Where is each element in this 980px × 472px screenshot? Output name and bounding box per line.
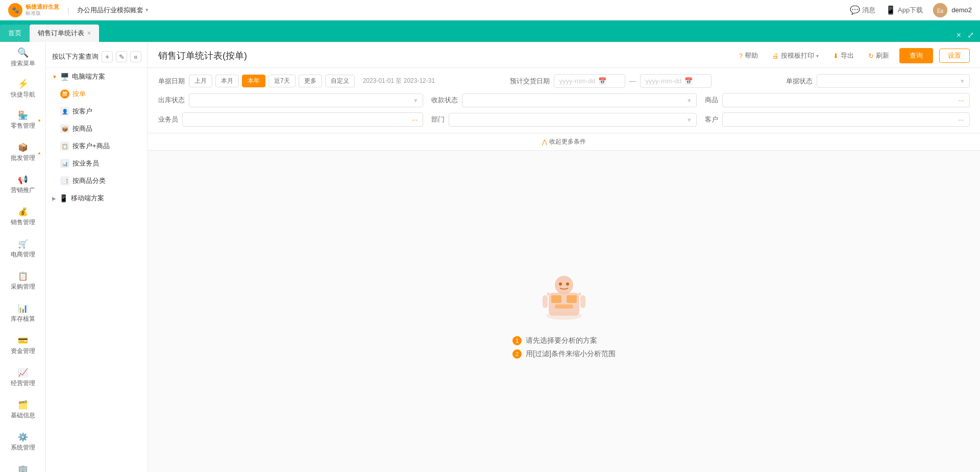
tab-home[interactable]: 首页 — [0, 25, 30, 42]
avatar — [933, 3, 947, 17]
sidebar-quick-nav[interactable]: ⚡ 快捷导航 — [0, 73, 45, 104]
date-btn-last-month[interactable]: 上月 — [189, 75, 212, 87]
svg-point-7 — [566, 282, 569, 286]
sidebar-label-wholesale: 批发管理 — [11, 154, 35, 162]
tree-node-by-customer[interactable]: 👤 按客户 — [54, 103, 148, 120]
sidebar-item-ecommerce[interactable]: 🛒 电商管理 — [0, 233, 45, 265]
sidebar-item-basic[interactable]: 🗂️ 基础信息 — [0, 394, 45, 426]
order-status-arrow: ▾ — [961, 77, 964, 85]
tree-node-by-product[interactable]: 📦 按商品 — [54, 120, 148, 137]
tree-node-by-salesperson[interactable]: 📊 按业务员 — [54, 155, 148, 172]
by-product-icon: 📦 — [60, 124, 69, 133]
date-btn-more[interactable]: 更多 — [299, 75, 322, 87]
product-input[interactable]: ··· — [722, 93, 970, 107]
expected-date-start[interactable]: yyyy-mm-dd 📅 — [554, 74, 625, 88]
sidebar-item-inventory[interactable]: 📊 库存核算 — [0, 297, 45, 329]
workspace-selector[interactable]: 办公用品行业模拟账套 ▾ — [77, 6, 149, 15]
customer-input[interactable]: ··· — [722, 112, 970, 127]
department-select[interactable]: ▾ — [449, 113, 696, 127]
tree-node-by-prod-cat[interactable]: 📑 按商品分类 — [54, 172, 148, 190]
tip-num-2: 2 — [512, 349, 522, 359]
tree-group-desktop[interactable]: ▼ 🖥️ 电脑端方案 — [46, 68, 148, 85]
by-cust-prod-icon: 📋 — [60, 141, 69, 151]
window-close-icon[interactable]: × — [957, 31, 961, 40]
svg-point-6 — [559, 282, 562, 286]
tab-sales-stats[interactable]: 销售订单统计表 × — [30, 25, 99, 42]
message-btn[interactable]: 💬 消息 — [850, 5, 875, 15]
date-range-text: 2023-01-01 至 2023-12-31 — [363, 77, 435, 85]
template-print-btn[interactable]: 🖨 按模板打印 ▾ — [768, 49, 823, 62]
tree-group-mobile-label: 移动端方案 — [71, 194, 104, 203]
empty-state: 1 请先选择要分析的方案 2 用[过滤]条件来缩小分析范围 — [148, 151, 980, 472]
date-btn-this-month[interactable]: 本月 — [215, 75, 239, 87]
expected-date-filter: 预计交货日期 yyyy-mm-dd 📅 — yyyy-mm-dd 📅 — [510, 74, 712, 88]
sidebar-label-purchase: 采购管理 — [11, 282, 35, 291]
window-maximize-icon[interactable]: ⤢ — [967, 30, 974, 40]
sidebar-quick-nav-label: 快捷导航 — [11, 90, 35, 99]
marketing-icon: 📢 — [18, 175, 28, 184]
sidebar-item-sales[interactable]: 💰 销售管理 — [0, 201, 45, 233]
tree-node-by-product-label: 按商品 — [72, 124, 92, 133]
calendar-icon-end: 📅 — [684, 77, 693, 85]
page-layout: 按以下方案查询 + ✎ « ▼ 🖥️ 电脑端方案 按 — [46, 42, 980, 472]
payment-status-select[interactable]: ▾ — [462, 93, 696, 107]
tree-group-desktop-label: 电脑端方案 — [72, 72, 105, 81]
tab-close-icon[interactable]: × — [87, 30, 91, 37]
customer-dots[interactable]: ··· — [958, 115, 964, 124]
left-panel-title: 按以下方案查询 — [52, 52, 99, 61]
date-btn-custom[interactable]: 自定义 — [325, 75, 355, 87]
sidebar-search[interactable]: 🔍 搜索菜单 — [0, 42, 45, 73]
expected-date-end[interactable]: yyyy-mm-dd 📅 — [640, 74, 712, 88]
system-icon: ⚙️ — [18, 432, 28, 442]
product-filter: 商品 ··· — [705, 93, 970, 107]
left-tree-panel: 按以下方案查询 + ✎ « ▼ 🖥️ 电脑端方案 按 — [46, 42, 148, 472]
add-plan-btn[interactable]: + — [102, 51, 113, 62]
tree-node-by-cust-prod[interactable]: 📋 按客户+商品 — [54, 137, 148, 155]
collapse-label: 收起更多条件 — [549, 137, 586, 146]
date-btn-last-7[interactable]: 近7天 — [268, 75, 296, 87]
tree-node-by-order[interactable]: 按 按单 — [54, 85, 148, 103]
sidebar-label-ecommerce: 电商管理 — [11, 250, 35, 259]
help-btn[interactable]: ? 帮助 — [735, 49, 762, 62]
logo-area: 🐾 畅捷通好生意 标准版 — [8, 3, 59, 17]
by-salesperson-icon: 📊 — [60, 159, 69, 168]
export-btn[interactable]: ⬇ 导出 — [829, 49, 858, 62]
payment-status-label: 收款状态 — [431, 96, 458, 105]
collapse-bar[interactable]: ⋀ 收起更多条件 — [148, 133, 980, 151]
sidebar-item-finance[interactable]: 💳 资金管理 — [0, 329, 45, 362]
brand-sub: 标准版 — [26, 10, 59, 16]
sidebar-item-system[interactable]: ⚙️ 系统管理 — [0, 426, 45, 458]
refresh-btn[interactable]: ↻ 刷新 — [864, 49, 893, 62]
sidebar-item-enterprise[interactable]: 🏢 企业协同 — [0, 458, 45, 472]
date-btn-this-year[interactable]: 本年 — [242, 75, 265, 87]
sidebar-label-sales: 销售管理 — [11, 218, 35, 227]
department-filter: 部门 ▾ — [431, 113, 696, 127]
salesperson-input[interactable]: ··· — [182, 112, 423, 127]
order-status-select[interactable]: ▾ — [817, 74, 970, 88]
tree-node-by-cust-prod-label: 按客户+商品 — [72, 141, 110, 151]
app-download-btn[interactable]: 📱 App下载 — [886, 5, 923, 15]
print-dropdown-icon[interactable]: ▾ — [816, 53, 819, 59]
user-area[interactable]: demo2 — [933, 3, 972, 17]
sidebar-item-retail[interactable]: 🏪 零售管理 ▼ — [0, 104, 45, 136]
payment-status-arrow: ▾ — [688, 97, 691, 104]
payment-status-filter: 收款状态 ▾ — [431, 93, 696, 107]
collapse-panel-btn[interactable]: « — [130, 51, 141, 62]
sidebar-item-wholesale[interactable]: 📦 批发管理 ▲ — [0, 136, 45, 169]
salesperson-dots[interactable]: ··· — [412, 115, 418, 124]
sidebar-item-operation[interactable]: 📈 经营管理 — [0, 362, 45, 394]
product-dots[interactable]: ··· — [958, 96, 964, 104]
date-label: 单据日期 — [158, 77, 185, 86]
workspace-name: 办公用品行业模拟账套 — [77, 6, 143, 15]
sidebar-item-purchase[interactable]: 📋 采购管理 — [0, 265, 45, 297]
setting-btn[interactable]: 设置 — [939, 49, 970, 63]
tree-group-mobile[interactable]: ▶ 📱 移动端方案 — [46, 190, 148, 207]
sidebar-item-marketing[interactable]: 📢 营销推广 — [0, 169, 45, 201]
enterprise-icon: 🏢 — [18, 464, 28, 472]
search-icon: 🔍 — [17, 47, 29, 58]
delivery-status-select[interactable]: ▾ — [189, 93, 423, 107]
search-btn[interactable]: 查询 — [899, 48, 933, 63]
edit-plan-btn[interactable]: ✎ — [116, 51, 127, 62]
svg-rect-4 — [555, 304, 573, 309]
tree-node-by-customer-label: 按客户 — [72, 107, 92, 116]
